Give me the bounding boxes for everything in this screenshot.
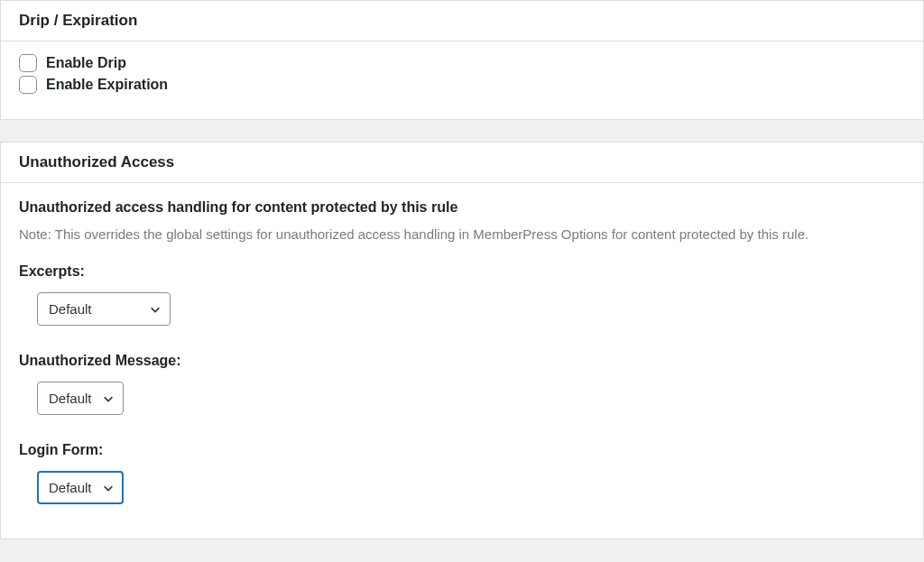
excerpts-field: Excerpts: Default (19, 263, 905, 326)
excerpts-select-wrap: Default (37, 292, 171, 326)
unauthorized-message-field: Unauthorized Message: Default (19, 353, 905, 415)
enable-drip-row: Enable Drip (19, 54, 905, 72)
unauthorized-message-select-wrap: Default (37, 382, 124, 415)
unauthorized-access-panel: Unauthorized Access Unauthorized access … (0, 142, 924, 539)
login-form-select[interactable]: Default (37, 471, 124, 504)
enable-expiration-row: Enable Expiration (19, 76, 905, 94)
login-form-label: Login Form: (19, 442, 905, 458)
unauthorized-message-label: Unauthorized Message: (19, 353, 905, 369)
enable-expiration-checkbox[interactable] (19, 76, 37, 94)
drip-expiration-header: Drip / Expiration (1, 1, 923, 41)
drip-expiration-panel: Drip / Expiration Enable Drip Enable Exp… (0, 0, 924, 120)
enable-drip-checkbox[interactable] (19, 54, 37, 72)
unauthorized-access-header: Unauthorized Access (1, 143, 923, 183)
drip-expiration-title: Drip / Expiration (19, 12, 905, 30)
unauthorized-note: Note: This overrides the global settings… (19, 226, 905, 242)
enable-expiration-label[interactable]: Enable Expiration (46, 77, 168, 93)
unauthorized-message-select[interactable]: Default (37, 382, 124, 415)
unauthorized-subheading: Unauthorized access handling for content… (19, 199, 905, 216)
unauthorized-access-body: Unauthorized access handling for content… (1, 183, 923, 539)
enable-drip-label[interactable]: Enable Drip (46, 55, 126, 71)
excerpts-label: Excerpts: (19, 263, 905, 280)
excerpts-select[interactable]: Default (37, 292, 171, 326)
login-form-field: Login Form: Default (19, 442, 905, 504)
login-form-select-wrap: Default (37, 471, 124, 504)
drip-expiration-body: Enable Drip Enable Expiration (1, 41, 923, 119)
unauthorized-access-title: Unauthorized Access (19, 153, 905, 171)
